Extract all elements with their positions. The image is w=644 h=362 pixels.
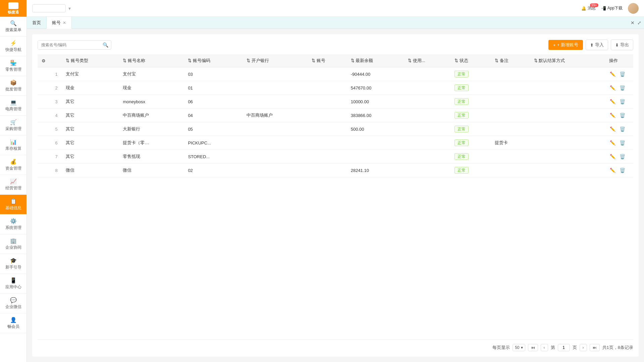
- row-num: 6: [50, 136, 63, 150]
- app-download-button[interactable]: 📲 App下载: [601, 5, 623, 11]
- col-account-name[interactable]: ⇅ 账号名称: [120, 54, 185, 67]
- add-account-button[interactable]: + + 新增账号: [548, 40, 583, 50]
- row-edit-button[interactable]: ✏️: [609, 112, 616, 119]
- topbar-search-input[interactable]: [32, 4, 66, 12]
- page-number-input[interactable]: [558, 344, 570, 351]
- tab-home[interactable]: 首页: [27, 17, 47, 29]
- sidebar-item-label: 搜索菜单: [5, 27, 21, 33]
- last-page-button[interactable]: ⏭: [590, 344, 600, 351]
- row-account-no: [309, 81, 348, 95]
- prev-page-button[interactable]: ‹: [541, 344, 548, 351]
- row-delete-button[interactable]: 🗑️: [619, 126, 626, 132]
- col-latest-balance[interactable]: ⇅ 最新余额: [348, 54, 405, 67]
- toolbar-right: + + 新增账号 ⬆ 导入 ⬇ 导出: [548, 40, 633, 50]
- account-table: ⚙ ⇅ 账号类型 ⇅ 账号名称 ⇅ 账号编码 ⇅ 开户银行 ⇅ 账号 ⇅ 最新余…: [38, 54, 633, 177]
- row-edit-button[interactable]: ✏️: [609, 167, 616, 174]
- row-num: 2: [50, 81, 63, 95]
- col-usage[interactable]: ⇅ 使用...: [405, 54, 452, 67]
- sidebar-item-shortcut[interactable]: ⚡ 快捷导航: [0, 37, 26, 56]
- basic-icon: 📋: [10, 198, 17, 204]
- row-latest-balance: 500.00: [348, 122, 405, 136]
- retail-icon: 🏪: [10, 60, 17, 66]
- next-page-button[interactable]: ›: [580, 344, 587, 351]
- row-bank: [244, 95, 309, 109]
- row-edit-button[interactable]: ✏️: [609, 153, 616, 160]
- row-notes: [492, 122, 531, 136]
- tab-account-close[interactable]: ✕: [63, 20, 66, 25]
- sidebar-item-capital[interactable]: 💰 资金管理: [0, 155, 26, 175]
- row-edit-button[interactable]: ✏️: [609, 98, 616, 105]
- col-account-type[interactable]: ⇅ 账号类型: [63, 54, 120, 67]
- row-bank: [244, 81, 309, 95]
- sidebar-item-label: 库存核算: [5, 146, 21, 152]
- sidebar-item-wholesale[interactable]: 📦 批发管理: [0, 76, 26, 96]
- sidebar-item-label: 新手引导: [5, 264, 21, 270]
- col-notes[interactable]: ⇅ 备注: [492, 54, 531, 67]
- export-icon: ⬇: [615, 43, 619, 48]
- per-page-select[interactable]: 50 ▾: [513, 344, 525, 351]
- row-usage: [405, 122, 452, 136]
- row-edit-button[interactable]: ✏️: [609, 84, 616, 91]
- sidebar-item-member[interactable]: 👤 畅会员: [0, 313, 26, 333]
- sidebar-item-system[interactable]: ⚙️ 系统管理: [0, 215, 26, 234]
- message-button[interactable]: 🔔 消息 99+: [581, 5, 596, 11]
- row-delete-button[interactable]: 🗑️: [619, 71, 626, 77]
- search-input[interactable]: [38, 41, 100, 49]
- row-account-name: 大新银行: [120, 122, 185, 136]
- row-delete-button[interactable]: 🗑️: [619, 167, 626, 174]
- row-status: 正常: [452, 150, 492, 164]
- row-account-code: 03: [185, 67, 244, 81]
- row-account-code: 05: [185, 122, 244, 136]
- tab-account[interactable]: 账号 ✕: [47, 17, 72, 29]
- export-button[interactable]: ⬇ 导出: [611, 40, 633, 50]
- sidebar-item-ecommerce[interactable]: 💻 电商管理: [0, 96, 26, 116]
- topbar-dropdown-icon[interactable]: ▾: [68, 6, 71, 11]
- col-num: [50, 54, 63, 67]
- row-delete-button[interactable]: 🗑️: [619, 112, 626, 119]
- col-status[interactable]: ⇅ 状态: [452, 54, 492, 67]
- col-bank[interactable]: ⇅ 开户银行: [244, 54, 309, 67]
- row-account-name: 支付宝: [120, 67, 185, 81]
- tab-expand-icon[interactable]: ⤢: [637, 20, 641, 25]
- sidebar-item-basic[interactable]: 📋 基础信息: [0, 195, 26, 215]
- row-delete-button[interactable]: 🗑️: [619, 153, 626, 160]
- page-label: 第: [551, 345, 555, 351]
- search-button[interactable]: 🔍: [100, 42, 111, 48]
- row-status: 正常: [452, 81, 492, 95]
- col-settings[interactable]: ⚙: [38, 54, 50, 67]
- tab-home-label: 首页: [32, 20, 41, 26]
- sidebar-item-guide[interactable]: 🎓 新手引导: [0, 254, 26, 274]
- sidebar-item-search[interactable]: 🔍 搜索菜单: [0, 17, 26, 37]
- row-account-name: moneybosx: [120, 95, 185, 109]
- add-icon: +: [553, 43, 556, 48]
- row-delete-button[interactable]: 🗑️: [619, 98, 626, 105]
- row-latest-balance: 10000.00: [348, 95, 405, 109]
- user-avatar[interactable]: [628, 3, 639, 14]
- import-button[interactable]: ⬆ 导入: [586, 40, 608, 50]
- row-delete-button[interactable]: 🗑️: [619, 84, 626, 91]
- row-delete-button[interactable]: 🗑️: [619, 139, 626, 146]
- inventory-icon: 📊: [10, 139, 17, 145]
- sidebar-item-inventory[interactable]: 📊 库存核算: [0, 135, 26, 155]
- row-num: 3: [50, 95, 63, 109]
- col-account-no[interactable]: ⇅ 账号: [309, 54, 348, 67]
- row-edit-button[interactable]: ✏️: [609, 71, 616, 77]
- col-default-settlement[interactable]: ⇅ 默认结算方式: [531, 54, 606, 67]
- tab-close-all-icon[interactable]: ✕: [631, 20, 635, 25]
- row-usage: [405, 81, 452, 95]
- per-page-label: 每页显示: [492, 345, 510, 351]
- row-edit-button[interactable]: ✏️: [609, 126, 616, 132]
- sidebar-item-appstore[interactable]: 📱 应用中心: [0, 274, 26, 294]
- sidebar-item-purchase[interactable]: 🛒 采购管理: [0, 116, 26, 135]
- wechat-icon: 💬: [10, 297, 17, 303]
- sidebar-item-enterprise[interactable]: 🏢 企业协同: [0, 234, 26, 254]
- sidebar-item-operations[interactable]: 📈 经营管理: [0, 175, 26, 195]
- sidebar-item-wechat[interactable]: 💬 企业微信: [0, 294, 26, 313]
- row-account-no: [309, 164, 348, 177]
- row-edit-button[interactable]: ✏️: [609, 139, 616, 146]
- col-account-code[interactable]: ⇅ 账号编码: [185, 54, 244, 67]
- first-page-button[interactable]: ⏮: [528, 344, 538, 351]
- sidebar-item-retail[interactable]: 🏪 零售管理: [0, 56, 26, 76]
- sidebar-item-label: 资金管理: [5, 166, 21, 171]
- row-settings: [38, 81, 50, 95]
